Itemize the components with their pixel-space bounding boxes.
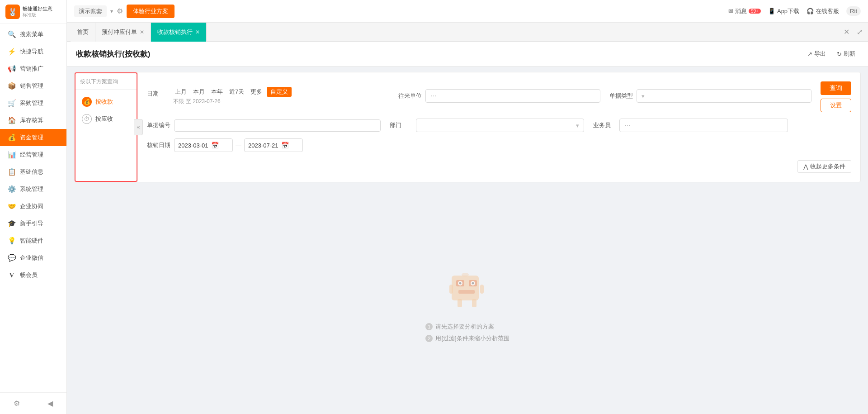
filter-panel: 按以下方案查询 💰 按收款 ⏱ 按应收 « 日期	[74, 72, 861, 182]
marketing-icon: 📢	[7, 65, 16, 73]
message-btn[interactable]: ✉ 消息 99+	[728, 7, 761, 15]
sidebar-item-sales[interactable]: 📦 销售管理	[0, 77, 66, 95]
date-more[interactable]: 更多	[249, 87, 264, 97]
tab-verify-close-icon[interactable]: ✕	[195, 29, 200, 35]
docno-label: 单据编号	[147, 121, 170, 129]
topbar: 演示账套 ▾ ⚙ 体验行业方案 ✉ 消息 99+ 📱 App下载 🎧 在线客服 …	[67, 0, 868, 23]
tab-prepay-label: 预付冲应付单	[102, 28, 137, 36]
topbar-left: 演示账套 ▾ ⚙ 体验行业方案	[74, 5, 175, 18]
sidebar-item-inventory[interactable]: 🏠 库存核算	[0, 112, 66, 129]
sidebar-item-member[interactable]: V 畅会员	[0, 266, 66, 284]
tab-prepay[interactable]: 预付冲应付单 ✕	[95, 23, 151, 42]
empty-tips: 1 请先选择要分析的方案 2 用[过滤]条件来缩小分析范围	[425, 321, 509, 344]
sidebar-item-label: 快捷导航	[20, 48, 43, 56]
date-label: 日期	[147, 90, 170, 98]
tab-expand-action[interactable]: ⤢	[855, 26, 864, 38]
partner-select[interactable]: ···	[425, 89, 600, 103]
sidebar-item-label: 搜索菜单	[20, 30, 43, 38]
message-label: 消息	[735, 7, 747, 15]
sidebar-item-search[interactable]: 🔍 搜索菜单	[0, 26, 66, 43]
tabbar-actions: ✕ ⤢	[842, 26, 864, 38]
collapse-label: 收起更多条件	[810, 162, 845, 171]
date-7days[interactable]: 近7天	[227, 87, 246, 97]
verify-date-label: 核销日期	[147, 141, 170, 149]
tab-home-label: 首页	[77, 28, 89, 36]
verify-date-range: 2023-03-01 📅 — 2023-07-21 📅	[174, 138, 384, 152]
sidebar-item-finance[interactable]: 💰 资金管理	[0, 129, 66, 146]
collapse-row: ⋀ 收起更多条件	[147, 158, 851, 175]
dept-arrow-icon: ▾	[576, 122, 579, 129]
settings-bottom-icon[interactable]: ⚙	[11, 396, 23, 410]
date-this-month[interactable]: 本月	[191, 87, 207, 97]
svg-rect-0	[452, 276, 479, 300]
tab-close-action[interactable]: ✕	[842, 26, 851, 38]
member-icon: V	[7, 271, 16, 279]
svg-rect-7	[472, 299, 476, 307]
main-area: 演示账套 ▾ ⚙ 体验行业方案 ✉ 消息 99+ 📱 App下载 🎧 在线客服 …	[67, 0, 868, 414]
receivable-mode-icon: ⏱	[82, 114, 92, 124]
collapse-more-btn[interactable]: ⋀ 收起更多条件	[797, 160, 851, 173]
partner-select-dots: ···	[430, 92, 436, 100]
date-last-month[interactable]: 上月	[173, 87, 189, 97]
docno-input[interactable]	[174, 119, 381, 132]
sidebar-item-label: 采购管理	[20, 99, 43, 107]
online-service-btn[interactable]: 🎧 在线客服	[807, 7, 839, 15]
company-selector[interactable]: 演示账套	[74, 5, 107, 17]
filter-field-doctype: 单据类型 ▾	[609, 89, 811, 103]
tab-home[interactable]: 首页	[71, 23, 95, 42]
date-to: 至 2023-07-26	[186, 98, 221, 105]
filter-sidebar-collapse-btn[interactable]: «	[134, 119, 143, 135]
tab-verify[interactable]: 收款核销执行 ✕	[151, 23, 207, 42]
user-avatar[interactable]: Rit	[846, 6, 861, 16]
sidebar-item-collab[interactable]: 🤝 企业协同	[0, 198, 66, 215]
dept-select[interactable]: ▾	[416, 119, 585, 132]
filter-form: 日期 上月 本月 本年 近7天 更多 自定义 不限	[138, 72, 860, 182]
svg-point-11	[459, 282, 462, 285]
export-btn[interactable]: ↗ 导出	[804, 48, 830, 60]
sidebar-item-quicknav[interactable]: ⚡ 快捷导航	[0, 43, 66, 60]
svg-rect-3	[458, 290, 475, 294]
date-shortcuts: 上月 本月 本年 近7天 更多 自定义	[173, 87, 292, 97]
tab-prepay-close-icon[interactable]: ✕	[140, 29, 144, 35]
message-badge: 99+	[749, 9, 761, 14]
settings-icon[interactable]: ⚙	[117, 7, 123, 15]
sidebar-item-basic-info[interactable]: 📋 基础信息	[0, 163, 66, 181]
refresh-btn[interactable]: ↻ 刷新	[833, 48, 859, 60]
filter-row-2: 单据编号 部门 ▾ 业务员 ···	[147, 119, 851, 132]
date-range-dash: —	[236, 142, 241, 149]
empty-illustration	[440, 257, 495, 312]
refresh-icon: ↻	[837, 51, 842, 57]
doctype-select[interactable]: ▾	[637, 89, 811, 103]
filter-mode-by-receivable[interactable]: ⏱ 按应收	[75, 110, 137, 128]
solution-btn[interactable]: 体验行业方案	[127, 5, 175, 18]
sidebar-item-label: 库存核算	[20, 116, 43, 124]
sidebar-item-hardware[interactable]: 💡 智能硬件	[0, 232, 66, 249]
filter-mode-by-receipt[interactable]: 💰 按收款	[75, 93, 137, 110]
company-dropdown-icon[interactable]: ▾	[110, 8, 113, 14]
sidebar-item-label: 新手引导	[20, 219, 43, 228]
sidebar-item-management[interactable]: 📊 经营管理	[0, 146, 66, 163]
setting-btn[interactable]: 设置	[821, 99, 851, 112]
empty-state: 1 请先选择要分析的方案 2 用[过滤]条件来缩小分析范围	[67, 188, 868, 414]
sidebar-item-system[interactable]: ⚙️ 系统管理	[0, 181, 66, 198]
date-custom[interactable]: 自定义	[267, 87, 292, 97]
sidebar-item-marketing[interactable]: 📢 营销推广	[0, 60, 66, 77]
filter-sidebar: 按以下方案查询 💰 按收款 ⏱ 按应收 «	[75, 72, 138, 182]
export-label: 导出	[814, 50, 826, 58]
logo-name: 畅捷通好生意	[23, 5, 52, 12]
verify-date-start-input[interactable]: 2023-03-01 📅	[174, 138, 233, 152]
sidebar-item-guide[interactable]: 🎓 新手引导	[0, 215, 66, 232]
dept-label: 部门	[390, 121, 412, 129]
purchase-icon: 🛒	[7, 99, 16, 107]
date-this-year[interactable]: 本年	[209, 87, 225, 97]
collapse-sidebar-icon[interactable]: ◀︎	[45, 396, 56, 410]
tabbar: 首页 预付冲应付单 ✕ 收款核销执行 ✕ ✕ ⤢	[67, 23, 868, 42]
salesman-select[interactable]: ···	[619, 119, 788, 132]
app-download-btn[interactable]: 📱 App下载	[768, 7, 799, 15]
verify-date-end-input[interactable]: 2023-07-21 📅	[244, 138, 303, 152]
sidebar-item-label: 基础信息	[20, 168, 43, 176]
sidebar-item-wechat[interactable]: 💬 企业微信	[0, 249, 66, 266]
query-btn[interactable]: 查询	[821, 81, 851, 95]
sidebar-item-purchase[interactable]: 🛒 采购管理	[0, 95, 66, 112]
sidebar-item-label: 智能硬件	[20, 237, 43, 245]
